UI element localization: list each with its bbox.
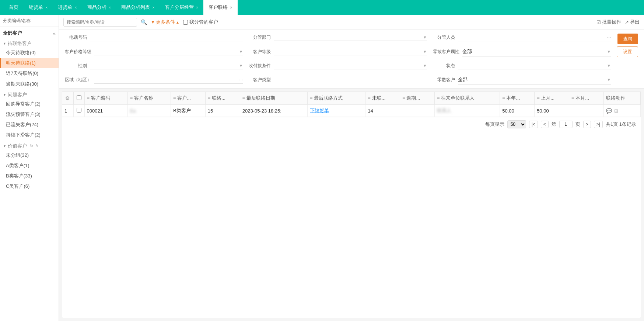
sidebar-item-churned[interactable]: 已流失客户(24)	[0, 120, 59, 130]
checkbox-batch-icon: ☑	[596, 20, 601, 25]
row-action-grid-icon[interactable]: ⊞	[614, 108, 618, 114]
filter-field-customer-type: 客户类型	[249, 77, 427, 83]
table-body: 1 000021 Ea B类客户 15 2023-05-23 18:25: 下销…	[62, 105, 641, 117]
nav-purchase-order[interactable]: 进货单 ×	[53, 0, 82, 15]
more-conditions-btn[interactable]: ▼ 更多条件 ▲	[151, 19, 179, 25]
close-product-analysis-list-icon[interactable]: ×	[152, 5, 154, 10]
dept-label: 分管部门	[249, 34, 271, 41]
top-nav: 首页 销货单 × 进货单 × 商品分析 × 商品分析列表 × 客户分层经营 × …	[0, 0, 644, 15]
nav-product-analysis[interactable]: 商品分析 ×	[82, 0, 116, 15]
sidebar-item-churn-warning[interactable]: 流失预警客户(3)	[0, 109, 59, 120]
sidebar-item-repurchase-abnormal[interactable]: 回购异常客户(2)	[0, 99, 59, 109]
export-icon: ↗	[625, 20, 629, 25]
sidebar-item-class-c[interactable]: C类客户(6)	[0, 181, 59, 191]
region-more-icon[interactable]: ···	[239, 77, 243, 82]
payment-label: 收付款条件	[249, 63, 271, 69]
next-page-btn[interactable]: >	[583, 121, 591, 128]
sidebar-search-area: 🔍	[0, 15, 59, 27]
select-all-checkbox[interactable]	[77, 95, 81, 100]
col-this-year: ≡ 本年...	[500, 92, 535, 105]
my-customers-checkbox[interactable]	[183, 20, 188, 25]
payment-select[interactable]: ▼	[274, 62, 427, 69]
sidebar-item-overdue-pending[interactable]: 逾期未联络(30)	[0, 79, 59, 89]
payment-arrow-icon: ▼	[423, 63, 427, 68]
nav-home[interactable]: 首页	[4, 0, 24, 15]
dept-arrow-icon: ▼	[423, 35, 427, 39]
batch-ops-btn[interactable]: ☑ 批量操作	[596, 19, 621, 25]
export-btn[interactable]: ↗ 导出	[625, 19, 640, 25]
price-level-select[interactable]: ▼	[94, 48, 243, 55]
dept-select[interactable]: ▼	[274, 34, 427, 41]
value-refresh-icon[interactable]: ↻	[30, 144, 33, 148]
col-uncontacted: ≡ 未联...	[365, 92, 400, 105]
page-input[interactable]	[559, 121, 573, 128]
sidebar-search-input[interactable]	[3, 18, 58, 23]
nav-product-analysis-list[interactable]: 商品分析列表 ×	[116, 0, 160, 15]
page-suffix: 页	[575, 121, 580, 128]
sidebar-item-ungrouped[interactable]: 未分组(32)	[0, 150, 59, 160]
filter-search-icon[interactable]: 🔍	[141, 19, 147, 25]
row-action-comment-icon[interactable]: 💬	[606, 108, 612, 114]
nav-sales-order[interactable]: 销货单 ×	[24, 0, 53, 15]
col-overdue: ≡ 逾期...	[400, 92, 435, 105]
query-button[interactable]: 查询	[617, 34, 638, 44]
gender-select[interactable]: ▼	[90, 62, 243, 69]
sidebar-item-today-pending[interactable]: 今天待联络(0)	[0, 48, 59, 58]
row-name: Ea	[127, 105, 171, 117]
filter-row-4: 区域（地区） ··· 客户类型	[65, 75, 611, 84]
page-label: 第	[552, 121, 556, 128]
retail-attr-select[interactable]: 全部 ▼	[462, 47, 611, 56]
row-checkbox	[73, 105, 84, 117]
table-area: ⚙ ≡ 客户编码 ≡ 客户名称 ≡ 客户...	[62, 92, 641, 318]
phone-label: 电话号码	[65, 34, 87, 41]
row-last-method: 下销货单	[308, 105, 365, 117]
close-sales-order-icon[interactable]: ×	[45, 5, 48, 10]
customer-table: ⚙ ≡ 客户编码 ≡ 客户名称 ≡ 客户...	[62, 92, 641, 117]
filter-row-2: 客户价格等级 ▼ 客户等级 ▼	[65, 47, 611, 56]
filter-field-payment: 收付款条件 ▼	[249, 62, 427, 69]
last-page-btn[interactable]: >|	[594, 121, 603, 128]
col-contacts: ≡ 联络...	[205, 92, 240, 105]
manager-select[interactable]: ···	[458, 34, 611, 41]
problem-customers-group: 问题客户	[0, 89, 59, 99]
close-customer-contact-icon[interactable]: ×	[230, 5, 232, 10]
close-customer-tiered-icon[interactable]: ×	[196, 5, 198, 10]
sidebar-item-declining[interactable]: 持续下滑客户(2)	[0, 130, 59, 140]
col-last-contact-date: ≡ 最后联络日期	[240, 92, 307, 105]
customer-type-select[interactable]	[274, 79, 427, 81]
retail-customer-select[interactable]: 全部 ▼	[458, 75, 611, 84]
manager-more-icon[interactable]: ···	[607, 35, 611, 40]
sidebar-item-class-a[interactable]: A类客户(1)	[0, 160, 59, 171]
col-last-contact-method: ≡ 最后联络方式	[308, 92, 365, 105]
prev-page-btn[interactable]: <	[541, 121, 549, 128]
value-edit-icon[interactable]: ✎	[35, 144, 39, 148]
sidebar-item-7days-pending[interactable]: 近7天待联络(0)	[0, 68, 59, 79]
collapse-icon[interactable]: «	[53, 31, 56, 36]
nav-customer-tiered[interactable]: 客户分层经营 ×	[160, 0, 203, 15]
region-select[interactable]: ···	[94, 76, 243, 84]
gender-arrow-icon: ▼	[239, 63, 243, 68]
settings-button[interactable]: 设置	[617, 46, 638, 57]
sidebar-item-class-b[interactable]: B类客户(33)	[0, 171, 59, 181]
phone-input[interactable]	[90, 34, 243, 41]
table-row: 1 000021 Ea B类客户 15 2023-05-23 18:25: 下销…	[62, 105, 641, 117]
my-customers-checkbox-label[interactable]: 我分管的客户	[183, 19, 218, 25]
col-action: 联络动作	[603, 92, 640, 105]
status-select[interactable]: ▼	[458, 62, 611, 69]
search-input[interactable]	[63, 18, 137, 27]
status-arrow-icon: ▼	[607, 63, 611, 68]
col-customer-code: ≡ 客户编码	[84, 92, 127, 105]
gender-label: 性别	[65, 63, 87, 69]
first-page-btn[interactable]: |<	[529, 121, 538, 128]
customer-level-select[interactable]: ▼	[274, 48, 427, 55]
sidebar-item-tomorrow-pending[interactable]: 明天待联络(1)	[0, 58, 59, 68]
pagination: 每页显示 50 100 |< < 第 页 > >| 共1页 1条记录	[62, 117, 641, 131]
row-this-month	[569, 105, 604, 117]
gear-icon[interactable]: ⚙	[65, 95, 70, 101]
page-size-select[interactable]: 50 100	[507, 120, 526, 128]
row-unit-contact: 联系人	[435, 105, 500, 117]
advanced-filter-panel: 电话号码 分管部门 ▼ 分管人员	[59, 30, 644, 89]
close-purchase-order-icon[interactable]: ×	[74, 5, 77, 10]
close-product-analysis-icon[interactable]: ×	[109, 5, 111, 10]
nav-customer-contact[interactable]: 客户联络 ×	[203, 0, 237, 15]
